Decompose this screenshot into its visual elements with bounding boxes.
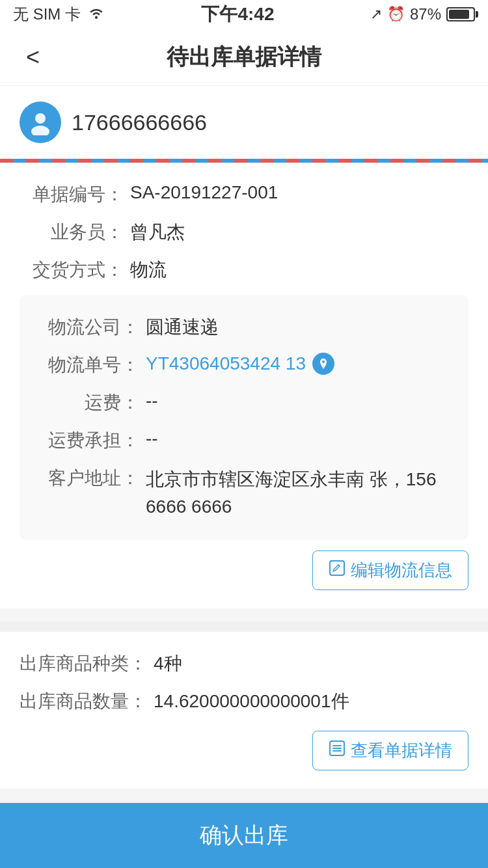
logistics-company-row: 物流公司： 圆通速递 [35, 308, 453, 346]
location-arrow-icon: ↗ [370, 6, 382, 23]
tracking-no-value: YT43064053424 13 [146, 353, 453, 375]
goods-types-value: 4种 [154, 651, 468, 676]
goods-quantity-value: 14.620000000000001件 [154, 689, 468, 714]
freight-row: 运费： -- [35, 384, 453, 422]
avatar [20, 102, 61, 143]
logistics-company-label: 物流公司： [35, 315, 139, 340]
confirm-bar[interactable]: 确认出库 [0, 803, 488, 868]
battery-fill [449, 10, 469, 19]
freight-bearer-label: 运费承担： [35, 428, 139, 453]
goods-types-row: 出库商品种类： 4种 [20, 645, 468, 683]
order-no-value: SA-20191227-001 [130, 182, 468, 203]
list-icon [329, 740, 346, 761]
goods-types-label: 出库商品种类： [20, 651, 147, 676]
main-content: 17666666666 单据编号： SA-20191227-001 业务员： 曾… [0, 86, 488, 868]
view-details-button-row: 查看单据详情 [20, 720, 468, 776]
logistics-card: 物流公司： 圆通速递 物流单号： YT43064053424 13 运费： [20, 295, 468, 540]
wifi-icon [87, 5, 105, 23]
map-pin-icon[interactable] [312, 353, 334, 375]
edit-button-row: 编辑物流信息 [20, 540, 468, 595]
order-no-row: 单据编号： SA-20191227-001 [20, 176, 468, 213]
edit-icon [329, 560, 346, 581]
goods-quantity-label: 出库商品数量： [20, 689, 147, 714]
svg-point-2 [31, 126, 49, 135]
address-row: 客户地址： 北京市市辖区海淀区永丰南 张，156 6666 6666 [35, 459, 453, 527]
address-label: 客户地址： [35, 466, 139, 491]
freight-bearer-value: -- [146, 428, 453, 449]
edit-logistics-label: 编辑物流信息 [351, 559, 452, 582]
svg-point-1 [35, 113, 46, 124]
freight-value: -- [146, 390, 453, 411]
status-bar-left: 无 SIM 卡 [13, 4, 105, 25]
salesman-label: 业务员： [20, 220, 124, 245]
battery-percent: 87% [410, 5, 441, 23]
tracking-no-row: 物流单号： YT43064053424 13 [35, 346, 453, 384]
address-value: 北京市市辖区海淀区永丰南 张，156 6666 6666 [146, 466, 453, 521]
order-no-label: 单据编号： [20, 182, 124, 207]
order-basic-info: 单据编号： SA-20191227-001 业务员： 曾凡杰 交货方式： 物流 … [0, 163, 488, 608]
goods-quantity-row: 出库商品数量： 14.620000000000001件 [20, 683, 468, 720]
tracking-no-label: 物流单号： [35, 353, 139, 377]
edit-logistics-button[interactable]: 编辑物流信息 [312, 550, 468, 590]
freight-bearer-row: 运费承担： -- [35, 422, 453, 459]
goods-section: 出库商品种类： 4种 出库商品数量： 14.620000000000001件 查… [0, 632, 488, 789]
section-divider [0, 621, 488, 632]
nav-bar: < 待出库单据详情 [0, 29, 488, 86]
delivery-row: 交货方式： 物流 [20, 251, 468, 289]
battery-icon [446, 7, 475, 21]
page-title: 待出库单据详情 [167, 42, 321, 72]
status-bar-time: 下午4:42 [201, 2, 274, 27]
confirm-button-label: 确认出库 [200, 821, 288, 850]
logistics-company-value: 圆通速递 [146, 315, 453, 340]
freight-label: 运费： [35, 390, 139, 415]
svg-point-0 [95, 16, 98, 19]
delivery-label: 交货方式： [20, 258, 124, 282]
view-details-button[interactable]: 查看单据详情 [312, 731, 468, 770]
alarm-icon: ⏰ [387, 6, 405, 23]
salesman-value: 曾凡杰 [130, 220, 468, 245]
carrier-label: 无 SIM 卡 [13, 4, 81, 25]
customer-section: 17666666666 [0, 86, 488, 159]
view-details-label: 查看单据详情 [351, 739, 452, 762]
back-button[interactable]: < [20, 37, 46, 77]
delivery-value: 物流 [130, 258, 468, 282]
customer-phone: 17666666666 [72, 110, 207, 135]
status-bar-right: ↗ ⏰ 87% [370, 5, 475, 23]
status-bar: 无 SIM 卡 下午4:42 ↗ ⏰ 87% [0, 0, 488, 29]
salesman-row: 业务员： 曾凡杰 [20, 213, 468, 251]
svg-point-3 [322, 360, 325, 363]
